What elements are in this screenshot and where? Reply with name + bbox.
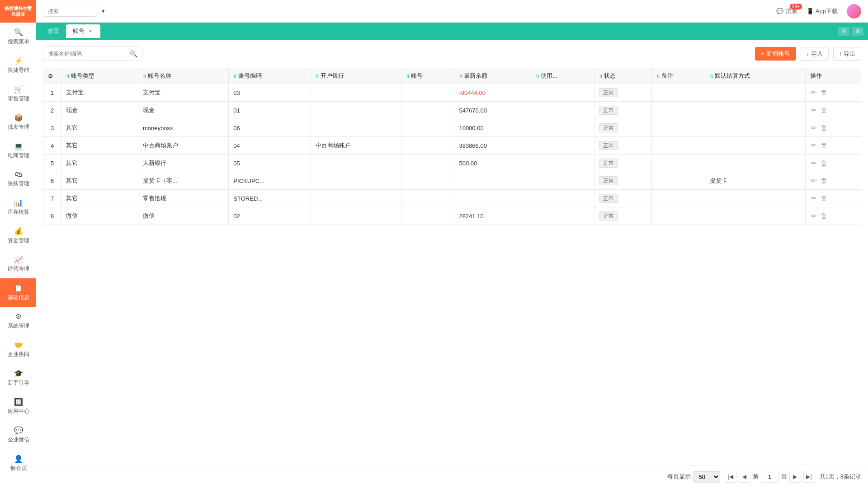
last-page-button[interactable]: ▶|	[803, 471, 815, 483]
edit-button[interactable]: ✏	[810, 105, 818, 115]
row-index: 1	[43, 84, 61, 102]
sidebar-item-app-center[interactable]: 🔲 应用中心	[0, 392, 36, 421]
row-type: 微信	[61, 207, 138, 225]
add-account-button[interactable]: + 新增账号	[755, 47, 796, 61]
edit-button[interactable]: ✏	[810, 193, 818, 203]
search-icon[interactable]: 🔍	[130, 50, 137, 57]
row-bank	[311, 102, 401, 119]
sidebar-item-system[interactable]: ⚙ 系统管理	[0, 307, 36, 335]
edit-button[interactable]: ✏	[810, 211, 818, 221]
row-code: 05	[229, 155, 311, 172]
row-actions: ✏ 🗑	[806, 102, 861, 119]
sidebar-item-ecommerce[interactable]: 💻 电商管理	[0, 136, 36, 165]
col-default-settlement[interactable]: ⇅默认结算方式	[705, 68, 806, 84]
sidebar-item-wechat-work[interactable]: 💬 企业微信	[0, 421, 36, 449]
per-page-label: 每页显示	[667, 473, 691, 481]
sidebar-item-collab[interactable]: 🤝 企业协同	[0, 335, 36, 364]
delete-button[interactable]: 🗑	[820, 158, 828, 168]
sidebar-item-guide[interactable]: 🎓 新手引导	[0, 364, 36, 392]
row-account	[401, 172, 454, 190]
tab-close-icon[interactable]: ×	[87, 28, 94, 34]
row-index: 7	[43, 190, 61, 207]
row-actions: ✏ 🗑	[806, 84, 861, 102]
import-button[interactable]: ↓ 导入	[801, 47, 829, 61]
sidebar-item-member[interactable]: 👤 畅会员	[0, 449, 36, 478]
message-badge: 99+	[790, 4, 802, 9]
row-code: 06	[229, 119, 311, 137]
row-bank	[311, 172, 401, 190]
first-page-button[interactable]: |◀	[725, 471, 736, 483]
col-usage[interactable]: ⇅使用...	[531, 68, 594, 84]
row-usage	[531, 84, 594, 102]
tab-home[interactable]: 首页	[41, 24, 66, 38]
sidebar-item-retail[interactable]: 🛒 零售管理	[0, 80, 36, 108]
message-button[interactable]: 💬 消息 99+	[776, 7, 797, 15]
col-code[interactable]: ⇅账号编码	[229, 68, 311, 84]
row-bank	[311, 84, 401, 102]
sidebar-item-inventory[interactable]: 📊 库存核算	[0, 193, 36, 221]
col-type[interactable]: ⇅账号类型	[61, 68, 138, 84]
inventory-icon: 📊	[14, 198, 23, 207]
col-bank[interactable]: ⇅开户银行	[311, 68, 401, 84]
edit-button[interactable]: ✏	[810, 176, 818, 186]
col-account[interactable]: ⇅账号	[401, 68, 454, 84]
row-code: 04	[229, 137, 311, 155]
row-actions: ✏ 🗑	[806, 172, 861, 190]
edit-button[interactable]: ✏	[810, 158, 818, 168]
row-type: 其它	[61, 137, 138, 155]
delete-button[interactable]: 🗑	[820, 141, 828, 150]
page-input[interactable]	[761, 471, 779, 483]
edit-button[interactable]: ✏	[810, 123, 818, 133]
row-code: STORED...	[229, 190, 311, 207]
table-row: 4 其它 中百商场账户 04 中百商场账户 383866.00 正常 ✏ 🗑	[43, 137, 861, 155]
row-account	[401, 119, 454, 137]
purchase-icon: 🛍	[15, 170, 22, 178]
col-status[interactable]: ⇅状态	[594, 68, 652, 84]
tab-account[interactable]: 账号 ×	[66, 24, 100, 38]
edit-button[interactable]: ✏	[810, 88, 818, 98]
app-download-button[interactable]: 📱 App下载	[807, 7, 838, 15]
dropdown-trigger[interactable]: ▾	[102, 8, 105, 14]
search-input[interactable]	[48, 51, 130, 57]
row-balance: 10000.00	[454, 119, 531, 137]
delete-button[interactable]: 🗑	[820, 193, 828, 203]
delete-button[interactable]: 🗑	[820, 88, 828, 97]
sidebar-item-finance[interactable]: 💰 资金管理	[0, 221, 36, 250]
delete-button[interactable]: 🗑	[820, 176, 828, 185]
sidebar-item-search[interactable]: 🔍 搜索菜单	[0, 23, 36, 51]
table-row: 1 支付宝 支付宝 03 -90444.00 正常 ✏ 🗑	[43, 84, 861, 102]
per-page-dropdown[interactable]: 50 100 200	[693, 471, 720, 483]
tab-expand-button[interactable]: ⊞	[852, 27, 863, 36]
row-default-settlement	[705, 137, 806, 155]
quick-nav-icon: ⚡	[14, 56, 23, 65]
row-remark	[652, 172, 705, 190]
prev-page-button[interactable]: ◀	[739, 471, 750, 483]
row-name: 提货卡（零...	[138, 172, 229, 190]
sidebar-item-quick-nav[interactable]: ⚡ 快捷导航	[0, 51, 36, 80]
total-records-label: 共1页，8条记录	[820, 473, 861, 481]
row-balance: 28241.10	[454, 207, 531, 225]
col-balance[interactable]: ⇅最新余额	[454, 68, 531, 84]
next-page-button[interactable]: ▶	[789, 471, 801, 483]
export-button[interactable]: ↑ 导出	[833, 47, 861, 61]
sidebar-item-purchase[interactable]: 🛍 采购管理	[0, 165, 36, 193]
tab-shrink-button[interactable]: ⊟	[838, 27, 849, 36]
toolbar-right: + 新增账号 ↓ 导入 ↑ 导出	[755, 47, 861, 61]
row-default-settlement	[705, 207, 806, 225]
row-index: 5	[43, 155, 61, 172]
sidebar-item-wholesale[interactable]: 📦 批发管理	[0, 108, 36, 136]
delete-button[interactable]: 🗑	[820, 123, 828, 132]
delete-button[interactable]: 🗑	[820, 211, 828, 221]
sidebar-item-basic-info[interactable]: 📋 基础信息	[0, 278, 36, 307]
table-row: 7 其它 零售抵现 STORED... 正常 ✏ 🗑	[43, 190, 861, 207]
top-search-input[interactable]	[43, 6, 97, 17]
user-avatar[interactable]	[847, 4, 861, 19]
sidebar-item-operation[interactable]: 📈 经营管理	[0, 250, 36, 278]
settings-icon[interactable]: ⚙	[48, 73, 53, 80]
finance-icon: 💰	[14, 227, 23, 235]
edit-button[interactable]: ✏	[810, 141, 818, 150]
sidebar: 畅捷通好生意 乐惠版 🔍 搜索菜单 ⚡ 快捷导航 🛒 零售管理 📦 批发管理 💻…	[0, 0, 36, 488]
col-name[interactable]: ⇅账号名称	[138, 68, 229, 84]
delete-button[interactable]: 🗑	[820, 105, 828, 115]
col-remark[interactable]: ⇅备注	[652, 68, 705, 84]
